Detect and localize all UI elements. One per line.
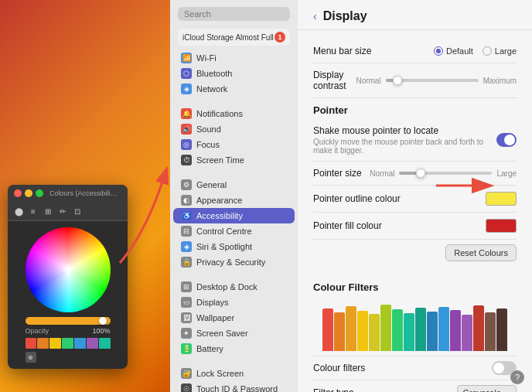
filter-type-dropdown[interactable]: Greyscale ⌄	[457, 385, 517, 392]
colour-filters-title: Colour Filters	[313, 275, 517, 296]
minimize-button[interactable]	[25, 189, 32, 197]
sidebar-item-screentime[interactable]: ⏱ Screen Time	[173, 152, 295, 168]
color-picker-window: Colours (Accessibility (System S… ⬤ ≡ ⊞ …	[8, 185, 128, 369]
close-button[interactable]	[14, 189, 22, 197]
swatch-teal[interactable]	[99, 338, 111, 349]
shake-mouse-toggle[interactable]	[496, 133, 517, 147]
lockscreen-icon: 🔐	[181, 368, 192, 379]
menu-bar-large-radio[interactable]	[483, 46, 492, 56]
menu-bar-large-option[interactable]: Large	[483, 46, 517, 56]
controlcenter-icon: ⊟	[181, 226, 192, 237]
icloud-badge: 1	[275, 32, 285, 43]
pointer-outline-swatch[interactable]	[486, 192, 517, 206]
pencil	[427, 312, 438, 351]
sidebar-item-touchid-label: Touch ID & Password	[196, 384, 278, 392]
sidebar-item-controlcenter[interactable]: ⊟ Control Centre	[173, 223, 295, 239]
menu-bar-default-option[interactable]: Default	[434, 46, 473, 56]
menu-bar-default-radio[interactable]	[434, 46, 443, 56]
pointer-fill-swatch[interactable]	[486, 219, 517, 233]
search-bar	[170, 0, 298, 27]
sidebar-item-touchid[interactable]: ☉ Touch ID & Password	[173, 381, 295, 392]
wifi-icon: 📶	[181, 53, 192, 63]
sidebar-item-network[interactable]: ◈ Network	[173, 81, 295, 97]
sidebar-item-desktop[interactable]: ⊞ Desktop & Dock	[173, 279, 295, 295]
pointer-size-track[interactable]	[399, 172, 492, 175]
color-wheel-tool[interactable]: ⬤	[12, 205, 25, 217]
pencil	[415, 308, 426, 351]
color-crayon-tool[interactable]: ✏	[56, 205, 69, 217]
sidebar-item-focus-label: Focus	[196, 140, 220, 149]
pointer-size-label: Pointer size	[313, 168, 362, 179]
color-image-tool[interactable]: ⊡	[71, 205, 84, 217]
network-icon: ◈	[181, 84, 192, 94]
eyedropper-tool[interactable]: ⊕	[26, 352, 36, 363]
sidebar-item-appearance-label: Appearance	[196, 196, 242, 205]
main-header: ‹ Display	[298, 0, 532, 30]
sidebar-item-bluetooth[interactable]: ⬡ Bluetooth	[173, 66, 295, 81]
reset-colours-button[interactable]: Reset Colours	[445, 244, 517, 261]
icloud-banner[interactable]: iCloud Storage Almost Full 1	[178, 29, 290, 46]
sidebar-item-screensaver[interactable]: ✦ Screen Saver	[173, 326, 295, 341]
swatch-purple[interactable]	[87, 338, 98, 349]
swatch-red[interactable]	[26, 338, 37, 349]
sidebar-item-battery[interactable]: 🔋 Battery	[173, 341, 295, 356]
main-title: Display	[323, 9, 367, 23]
contrast-knob[interactable]	[393, 76, 402, 85]
pointer-outline-row: Pointer outline colour	[313, 186, 517, 213]
display-settings-section: Menu bar size Default Large Display cont…	[298, 30, 532, 275]
sidebar-item-wallpaper[interactable]: 🖼 Wallpaper	[173, 310, 295, 326]
general-icon: ⚙	[181, 179, 192, 190]
sidebar-item-accessibility-label: Accessibility	[196, 211, 243, 220]
pencil	[369, 314, 380, 351]
zoom-button[interactable]	[36, 189, 43, 197]
swatch-yellow[interactable]	[49, 338, 61, 349]
screentime-icon: ⏱	[181, 155, 192, 165]
pencil	[392, 309, 403, 351]
pencil	[380, 305, 391, 351]
color-picker-titlebar: Colours (Accessibility (System S…	[8, 185, 128, 202]
menu-bar-size-control: Default Large	[434, 46, 517, 56]
opacity-knob[interactable]	[99, 317, 107, 325]
color-swatches	[26, 338, 111, 349]
color-sliders-tool[interactable]: ≡	[27, 205, 39, 217]
back-button[interactable]: ‹	[313, 10, 317, 22]
sidebar-account-section: 🔐 Lock Screen ☉ Touch ID & Password 👤 Us…	[170, 364, 298, 392]
appearance-icon: ◐	[181, 195, 192, 206]
pointer-size-min-label: Normal	[370, 169, 394, 178]
swatch-blue[interactable]	[74, 338, 86, 349]
opacity-slider[interactable]: Opacity 100%	[26, 317, 111, 335]
sidebar-item-sound[interactable]: 🔊 Sound	[173, 121, 295, 137]
sidebar-item-displays[interactable]: ▭ Displays	[173, 295, 295, 310]
sidebar-item-displays-label: Displays	[196, 298, 229, 307]
search-input[interactable]	[178, 7, 290, 21]
sidebar-item-appearance[interactable]: ◐ Appearance	[173, 193, 295, 208]
pointer-fill-label: Pointer fill colour	[313, 220, 382, 231]
contrast-track[interactable]	[386, 79, 479, 82]
sidebar-item-network-label: Network	[196, 84, 227, 94]
sidebar-item-general[interactable]: ⚙ General	[173, 177, 295, 193]
accessibility-icon: ♿	[181, 210, 192, 221]
contrast-max-label: Maximum	[483, 77, 517, 85]
sidebar-item-wifi[interactable]: 📶 Wi-Fi	[173, 50, 295, 66]
opacity-label: Opacity	[26, 327, 49, 335]
pencil	[473, 305, 484, 351]
color-picker-toolbar: ⬤ ≡ ⊞ ✏ ⊡	[8, 202, 128, 221]
sidebar-item-lockscreen[interactable]: 🔐 Lock Screen	[173, 366, 295, 381]
sidebar-item-accessibility[interactable]: ♿ Accessibility	[173, 208, 295, 223]
pointer-size-fill	[399, 172, 418, 175]
screensaver-icon: ✦	[181, 328, 192, 339]
bluetooth-icon: ⬡	[181, 68, 192, 79]
sidebar-item-privacy[interactable]: 🔒 Privacy & Security	[173, 254, 295, 270]
sidebar-item-notifications[interactable]: 🔔 Notifications	[173, 106, 295, 121]
sound-icon: 🔊	[181, 124, 192, 135]
sidebar-item-focus[interactable]: ◎ Focus	[173, 137, 295, 152]
swatch-orange[interactable]	[37, 338, 49, 349]
swatch-green[interactable]	[62, 338, 73, 349]
sidebar-item-lockscreen-label: Lock Screen	[196, 369, 244, 378]
help-button[interactable]: ?	[510, 370, 524, 384]
pointer-size-knob[interactable]	[416, 169, 425, 178]
sidebar-item-siri[interactable]: ◈ Siri & Spotlight	[173, 239, 295, 254]
pointer-size-max-label: Large	[496, 169, 517, 178]
color-palette-tool[interactable]: ⊞	[42, 205, 54, 217]
color-wheel[interactable]	[26, 227, 111, 312]
